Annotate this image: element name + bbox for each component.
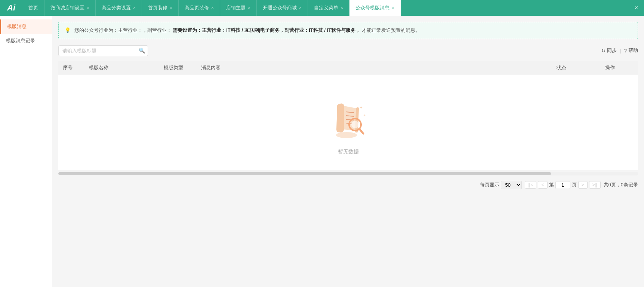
tab-item-template-msg[interactable]: 公众号模版消息× — [349, 0, 401, 16]
scrollbar-thumb — [58, 172, 551, 175]
page-size-select: 每页显示 102050100 — [480, 181, 522, 189]
sync-button[interactable]: ↻ 同步 — [601, 47, 617, 54]
tab-item-store-theme[interactable]: 店铺主题× — [220, 0, 257, 16]
last-page-button[interactable]: >‖ — [589, 181, 601, 189]
tab-close-custom-menu[interactable]: × — [341, 5, 343, 10]
search-input[interactable] — [58, 45, 148, 56]
help-icon: ? — [624, 48, 627, 54]
sync-icon: ↻ — [601, 48, 606, 54]
notice-banner: 💡 您的公众号行业为：主营行业：，副营行业： 需要设置为：主营行业：IT科技 /… — [58, 22, 638, 39]
tab-close-store-theme[interactable]: × — [248, 5, 250, 10]
content-area: 💡 您的公众号行业为：主营行业：，副营行业： 需要设置为：主营行业：IT科技 /… — [52, 16, 644, 287]
page-input-wrap: 第 页 — [549, 181, 577, 189]
sync-label: 同步 — [607, 47, 617, 54]
tab-item-custom-menu[interactable]: 自定义菜单× — [308, 0, 349, 16]
help-label: 帮助 — [628, 47, 638, 54]
empty-illustration: ✦ ✦ — [326, 98, 371, 143]
page-prefix: 第 — [549, 181, 554, 188]
page-number-input[interactable] — [555, 181, 570, 189]
main-layout: 模版消息模版消息记录 💡 您的公众号行业为：主营行业：，副营行业： 需要设置为：… — [0, 16, 644, 287]
col-header-seq: 序号 — [58, 61, 84, 75]
data-table: 序号 模版名称 模版类型 消息内容 状态 操作 — [58, 61, 638, 170]
notice-highlight: 需要设置为：主营行业：IT科技 / 互联网|电子商务，副营行业：IT科技 / I… — [173, 27, 360, 33]
tab-close-open-wechat-mall[interactable]: × — [299, 5, 302, 10]
col-header-type: 模版类型 — [159, 61, 197, 75]
table-empty-row: ✦ ✦ 暂无数据 — [58, 75, 638, 170]
tab-item-product-decoration[interactable]: 商品页装修× — [179, 0, 220, 16]
tab-close-product-decoration[interactable]: × — [211, 5, 214, 10]
tab-close-store-settings[interactable]: × — [87, 5, 89, 10]
svg-text:✦: ✦ — [360, 106, 363, 110]
tab-item-store-settings[interactable]: 微商城店铺设置× — [44, 0, 96, 16]
close-all-button[interactable]: × — [629, 4, 644, 11]
tab-close-category-settings[interactable]: × — [133, 5, 136, 10]
svg-point-0 — [336, 132, 357, 138]
col-header-action: 操作 — [601, 61, 638, 75]
page-nav: ‖< < 第 页 > >‖ — [525, 181, 600, 189]
search-bar: 🔍 ↻ 同步 | ? 帮助 — [58, 45, 638, 56]
tab-item-open-wechat-mall[interactable]: 开通公众号商城× — [257, 0, 308, 16]
table-header-row: 序号 模版名称 模版类型 消息内容 状态 操作 — [58, 61, 638, 75]
search-input-wrap: 🔍 — [58, 45, 148, 56]
horizontal-scrollbar[interactable] — [58, 172, 638, 175]
col-header-content: 消息内容 — [197, 61, 552, 75]
toolbar-divider: | — [620, 48, 621, 54]
notice-icon: 💡 — [65, 27, 71, 33]
tab-bar: Ai 首页微商城店铺设置×商品分类设置×首页装修×商品页装修×店铺主题×开通公众… — [0, 0, 644, 16]
tab-item-home[interactable]: 首页 — [22, 0, 44, 16]
page-size-dropdown[interactable]: 102050100 — [501, 181, 522, 189]
logo: Ai — [0, 0, 22, 16]
page-unit: 页 — [572, 181, 577, 188]
notice-suffix: 才能正常发送预置的消息。 — [362, 27, 420, 33]
empty-text: 暂无数据 — [58, 149, 638, 155]
tab-item-category-settings[interactable]: 商品分类设置× — [96, 0, 142, 16]
help-button[interactable]: ? 帮助 — [624, 47, 638, 54]
tab-close-home-decoration[interactable]: × — [170, 5, 172, 10]
svg-text:✦: ✦ — [363, 114, 366, 117]
tab-item-home-decoration[interactable]: 首页装修× — [142, 0, 179, 16]
empty-state: ✦ ✦ 暂无数据 — [58, 75, 638, 170]
toolbar-right: ↻ 同步 | ? 帮助 — [601, 47, 638, 54]
page-size-label: 每页显示 — [480, 181, 499, 188]
col-header-status: 状态 — [552, 61, 601, 75]
total-text: 共0页，0条记录 — [604, 181, 638, 188]
prev-page-button[interactable]: < — [538, 181, 547, 189]
sidebar-item-template-msg-record[interactable]: 模版消息记录 — [0, 34, 52, 48]
tab-close-template-msg[interactable]: × — [392, 5, 394, 10]
svg-point-6 — [351, 121, 359, 128]
pagination-row: 每页显示 102050100 ‖< < 第 页 > >‖ 共0页，0条记录 — [58, 177, 638, 191]
search-icon[interactable]: 🔍 — [139, 48, 145, 54]
first-page-button[interactable]: ‖< — [525, 181, 536, 189]
next-page-button[interactable]: > — [578, 181, 588, 189]
notice-prefix: 您的公众号行业为：主营行业：，副营行业： — [74, 27, 172, 33]
svg-line-7 — [359, 129, 363, 134]
sidebar-item-template-msg[interactable]: 模版消息 — [0, 19, 52, 34]
col-header-name: 模版名称 — [84, 61, 159, 75]
sidebar: 模版消息模版消息记录 — [0, 16, 52, 287]
